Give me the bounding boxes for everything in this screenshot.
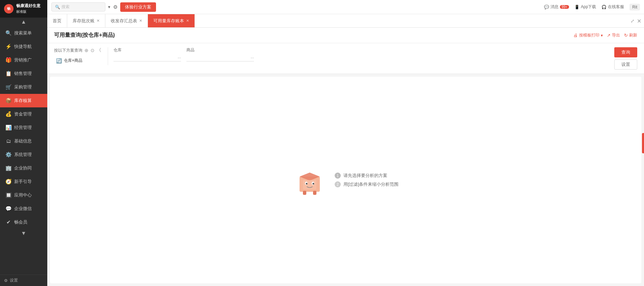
refresh-label: 刷新 (629, 32, 637, 38)
tab-batch-account[interactable]: 库存批次账 ✕ (67, 14, 105, 27)
message-badge: 99+ (560, 5, 569, 9)
gear-settings-button[interactable]: ⚙ (113, 4, 118, 10)
goods-input[interactable] (186, 55, 249, 60)
marketing-nav-icon: 🎁 (5, 57, 11, 63)
empty-content: 1 请先选择要分析的方案 2 用[过滤]条件来缩小分析范围 (293, 163, 398, 197)
svg-point-6 (312, 183, 314, 185)
tab-home-label: 首页 (53, 18, 61, 24)
sidebar-item-basic[interactable]: 🗂 基础信息 (0, 134, 47, 148)
warehouse-input[interactable] (113, 55, 176, 60)
sidebar-item-enterprise[interactable]: 🏢 企业协同 (0, 161, 47, 175)
wechat-nav-icon: 💬 (5, 206, 11, 212)
empty-illustration (293, 163, 327, 197)
main-area: 🔍 搜索 ▾ ⚙ 体验行业方案 💬 消息 99+ 📱 App下载 🎧 在线客服 (47, 0, 644, 286)
message-item[interactable]: 💬 消息 99+ (544, 4, 569, 10)
sidebar-item-newbie[interactable]: 🧭 新手引导 (0, 175, 47, 188)
tab-batch-close-icon[interactable]: ✕ (97, 19, 100, 23)
setting-button[interactable]: 设置 (614, 59, 637, 70)
sidebar-label-sales: 销售管理 (14, 71, 32, 77)
search-box[interactable]: 🔍 搜索 (51, 2, 105, 11)
member-nav-icon: ✔ (5, 219, 11, 225)
tab-batch-account-label: 库存批次账 (73, 18, 95, 24)
purchase-nav-icon: 🛒 (5, 84, 11, 90)
sidebar-item-purchase[interactable]: 🛒 采购管理 (0, 80, 47, 94)
tab-available-close-icon[interactable]: ✕ (186, 19, 189, 23)
sidebar-label-basic: 基础信息 (14, 138, 32, 144)
sidebar-item-sales[interactable]: 📋 销售管理 (0, 67, 47, 80)
tab-available-ledger-label: 可用量库存账本 (153, 18, 184, 24)
sidebar-label-marketing: 营销推广 (14, 57, 32, 63)
chevron-down-button[interactable]: ▾ (108, 4, 110, 9)
collapse-scheme-icon[interactable]: 《 (97, 47, 101, 53)
online-service-label: 在线客服 (608, 4, 624, 10)
sidebar-label-inventory: 库存核算 (14, 98, 32, 104)
filter-actions: 查询 设置 (614, 47, 637, 70)
sales-nav-icon: 📋 (5, 71, 11, 77)
print-dropdown-icon[interactable]: ▾ (601, 33, 603, 38)
sidebar-item-inventory[interactable]: 📦 库存核算 (0, 94, 47, 107)
query-button[interactable]: 查询 (614, 47, 637, 57)
user-avatar[interactable]: Rit (629, 4, 640, 10)
filter-field-warehouse: 仓库 ··· (113, 47, 181, 61)
phone-icon: 📱 (574, 5, 579, 9)
sidebar-item-search[interactable]: 🔍 搜索菜单 (0, 26, 47, 40)
goods-field-input: ··· (186, 54, 254, 61)
sidebar-label-system: 系统管理 (14, 152, 32, 158)
sidebar-item-finance[interactable]: 💰 资金管理 (0, 107, 47, 121)
filter-area: 按以下方案查询 ⊕ ⊙ 《 🔄 仓库+商品 仓库 ··· (47, 43, 644, 74)
tab-receipt-close-icon[interactable]: ✕ (139, 19, 142, 23)
warehouse-field-label: 仓库 (113, 47, 181, 53)
newbie-nav-icon: 🧭 (5, 179, 11, 185)
export-button[interactable]: ↗ 导出 (607, 32, 620, 38)
warehouse-field-input: ··· (113, 54, 181, 61)
apps-nav-icon: 🔲 (5, 192, 11, 198)
content-area: 可用量查询(按仓库+商品) 🖨 按模板打印 ▾ ↗ 导出 ↻ 刷新 (47, 28, 644, 286)
empty-state: 1 请先选择要分析的方案 2 用[过滤]条件来缩小分析范围 (50, 77, 641, 283)
system-nav-icon: ⚙️ (5, 152, 11, 158)
filter-scheme-header: 按以下方案查询 ⊕ ⊙ 《 (54, 47, 104, 53)
print-button[interactable]: 🖨 按模板打印 ▾ (573, 32, 603, 38)
sidebar-label-purchase: 采购管理 (14, 84, 32, 90)
goods-more-button[interactable]: ··· (251, 55, 254, 60)
inventory-nav-icon: 📦 (5, 98, 11, 104)
sidebar-label-finance: 资金管理 (14, 111, 32, 117)
top-bar-left: 🔍 搜索 ▾ ⚙ 体验行业方案 (51, 2, 541, 12)
app-edition: 标准版 (16, 9, 41, 14)
app-title: 畅康通好生意 (16, 3, 41, 9)
headset-icon: 🎧 (601, 5, 607, 9)
tab-home[interactable]: 首页 (47, 14, 67, 27)
empty-step2: 2 用[过滤]条件来缩小分析范围 (335, 181, 398, 187)
add-scheme-icon[interactable]: ⊕ (84, 48, 88, 53)
sidebar-item-apps[interactable]: 🔲 应用中心 (0, 188, 47, 202)
scroll-down-button[interactable]: ▼ (0, 229, 47, 238)
step1-circle: 1 (335, 173, 341, 179)
goods-field-label: 商品 (186, 47, 254, 53)
sidebar-item-marketing[interactable]: 🎁 营销推广 (0, 53, 47, 67)
app-download-item[interactable]: 📱 App下载 (574, 4, 596, 10)
sidebar-item-shortcut[interactable]: ⚡ 快捷导航 (0, 40, 47, 53)
tab-expand-button[interactable]: ⤢ (630, 18, 635, 24)
setting-scheme-icon[interactable]: ⊙ (91, 48, 95, 53)
tab-close-main-button[interactable]: ✕ (637, 18, 641, 24)
svg-point-5 (306, 183, 307, 185)
warehouse-more-button[interactable]: ··· (178, 55, 181, 60)
sidebar-item-member[interactable]: ✔ 畅会员 (0, 215, 47, 229)
page-header-actions: 🖨 按模板打印 ▾ ↗ 导出 ↻ 刷新 (573, 32, 637, 38)
scheme-item-warehouse-goods[interactable]: 🔄 仓库+商品 (54, 56, 104, 65)
tab-receipt-summary-label: 收发存汇总表 (111, 18, 137, 24)
tab-available-ledger[interactable]: 可用量库存账本 ✕ (148, 14, 195, 27)
refresh-button[interactable]: ↻ 刷新 (624, 32, 637, 38)
sidebar-item-system[interactable]: ⚙️ 系统管理 (0, 148, 47, 161)
empty-text: 1 请先选择要分析的方案 2 用[过滤]条件来缩小分析范围 (335, 173, 398, 187)
scroll-up-button[interactable]: ▲ (0, 18, 47, 26)
industry-solution-button[interactable]: 体验行业方案 (120, 2, 156, 12)
online-service-item[interactable]: 🎧 在线客服 (601, 4, 624, 10)
search-nav-icon: 🔍 (5, 30, 11, 36)
sidebar-item-wechat[interactable]: 💬 企业微信 (0, 202, 47, 215)
page-title: 可用量查询(按仓库+商品) (54, 32, 115, 39)
tab-receipt-summary[interactable]: 收发存汇总表 ✕ (105, 14, 148, 27)
empty-step1: 1 请先选择要分析的方案 (335, 173, 398, 179)
export-label: 导出 (612, 32, 620, 38)
sidebar-item-operation[interactable]: 📊 经营管理 (0, 121, 47, 134)
print-label: 按模板打印 (579, 32, 599, 38)
